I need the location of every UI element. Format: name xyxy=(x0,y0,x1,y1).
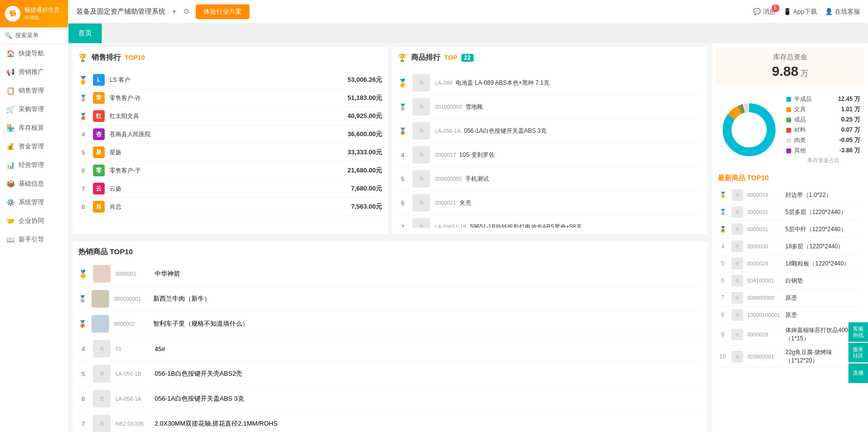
float-btn-service[interactable]: 客服 热线 xyxy=(848,322,868,342)
product-thumbnail xyxy=(93,265,111,283)
float-btn-community[interactable]: 服务 社区 xyxy=(848,343,868,362)
legend-dot xyxy=(786,128,791,133)
product-img: 图 xyxy=(412,122,430,140)
product-name: LA-056-1A 056-1A白色按键开关盖ABS 3克 xyxy=(435,127,702,135)
message-btn[interactable]: 💬 消息 6 xyxy=(753,7,776,16)
product-name: 001000002 雪地靴 xyxy=(435,103,702,111)
sidebar-item-system[interactable]: ⚙️ 系统管理 xyxy=(0,193,68,212)
float-btn-live[interactable]: 直播 xyxy=(848,363,868,383)
product-thumbnail: 图 xyxy=(93,415,111,432)
gear-icon[interactable]: ⚙ xyxy=(183,7,190,16)
marketing-icon: 📢 xyxy=(6,68,15,76)
rank-item: 7 云 云扬 7,680.00元 xyxy=(78,180,382,198)
gold-medal-icon-2: 🥇 xyxy=(398,78,408,88)
topbar: 装备及固定资产辅助管理系统 ▼ ⚙ 体验行业方案 💬 消息 6 📱 App下载 … xyxy=(69,0,868,24)
newest-item: 4 图 0000030 18多层（1220*2440） xyxy=(718,238,862,255)
rank-item: 4 杏 苍南县人民医院 36,600.00元 xyxy=(78,125,382,144)
bronze-medal-icon: 🥉 xyxy=(398,127,408,135)
sidebar-item-finance[interactable]: 💰 资金管理 xyxy=(0,137,68,156)
product-code: 0000002 xyxy=(114,321,148,327)
inventory-amount: 9.88 xyxy=(772,64,799,79)
sidebar-item-basic[interactable]: 📦 基础信息 xyxy=(0,174,68,193)
newest-img: 图 xyxy=(731,351,743,362)
sidebar-item-marketing[interactable]: 📢 营销推广 xyxy=(0,63,68,81)
chart-sub-title: 库存资金占比 xyxy=(786,157,860,164)
rank-num: 6 xyxy=(78,395,88,403)
sidebar-item-purchase[interactable]: 🛒 采购管理 xyxy=(0,100,68,119)
trophy-icon: 🏆 xyxy=(78,53,88,62)
legend-value: -3.86 万 xyxy=(839,146,860,155)
newest-item: 7 图 000800008 原垄 xyxy=(718,289,862,307)
rank-num: 4 xyxy=(78,131,88,138)
newest-code: 004100001 xyxy=(747,278,781,284)
nav-label: 库存核算 xyxy=(19,123,44,132)
rank-item: 8 肖 肖总 7,563.00元 xyxy=(78,198,382,216)
newest-img: 图 xyxy=(731,329,743,340)
newest-name: 5层多层（1220*2440） xyxy=(785,208,862,216)
newest-products-list: 🥇 图 0000033 封边带（1.0*22） 🥈 图 0000032 5层多层… xyxy=(718,187,862,368)
product-name: 2.0X30MM双搓花轴,搓花直径2.1MM/ROHS xyxy=(155,419,277,428)
newest-code: 003800001 xyxy=(747,354,781,360)
product-name: 新西兰牛肉（新牛） xyxy=(153,294,210,303)
tab-home[interactable]: 首页 xyxy=(69,24,102,43)
newest-item: 9 图 0000028 体婶嘉核味苏打饮品400毫升（1*15） xyxy=(718,324,862,346)
sidebar-item-coop[interactable]: 🤝 企业协同 xyxy=(0,212,68,230)
sales-ranking-card: 🏆 销售排行 TOP10 🥇 L LS 客户 53,006.26元 xyxy=(72,47,388,234)
newest-img: 图 xyxy=(731,292,743,304)
sidebar-item-inventory[interactable]: 🏪 库存核算 xyxy=(0,119,68,137)
system-icon: ⚙️ xyxy=(6,198,15,207)
rank-avatar: L xyxy=(93,74,105,86)
product-thumbnail: 图 xyxy=(93,340,111,358)
legend-value: 0.25 万 xyxy=(841,116,860,124)
rank-item: 🥈 零 零售客户-许 51,183.00元 xyxy=(78,89,382,107)
newest-rank: 🥈 xyxy=(718,209,728,216)
hot-product-item: 4 图 01 45# xyxy=(78,336,702,361)
rank-avatar: 红 xyxy=(93,110,105,122)
newest-code: 0000031 xyxy=(747,226,781,232)
newest-item: 🥉 图 0000031 5层中纤（1220*2440） xyxy=(718,221,862,238)
newest-rank: 🥇 xyxy=(718,192,728,198)
newest-name: 封边带（1.0*22） xyxy=(785,191,862,199)
legend-dot xyxy=(786,107,791,112)
sales-top-label: TOP10 xyxy=(125,54,145,61)
bronze-medal-icon-2: 🥉 xyxy=(78,320,87,328)
search-label: 搜索菜单 xyxy=(15,31,39,40)
app-download-label: App下载 xyxy=(793,7,817,16)
guide-icon: 📖 xyxy=(6,235,15,244)
newest-products-title: 最新商品 TOP10 xyxy=(718,174,862,183)
sales-rank-list: 🥇 L LS 客户 53,006.26元 🥈 零 零售客户-许 51,183.0… xyxy=(78,71,382,216)
app-download-btn[interactable]: 📱 App下载 xyxy=(783,7,817,16)
newest-img: 图 xyxy=(731,275,743,287)
inventory-total-card: 库存总资金 9.88 万 xyxy=(716,47,864,85)
newest-code: 0000032 xyxy=(747,209,781,215)
rank-num: 7 xyxy=(78,185,88,192)
rank-name: 苍南县人民医院 xyxy=(110,130,343,139)
legend-dot xyxy=(786,148,791,153)
newest-item: 10 图 003800001 22g鱼豆腐-烧烤味（1*12*20） xyxy=(718,346,862,368)
nav-label: 经营管理 xyxy=(19,161,44,169)
nav-label: 营销推广 xyxy=(19,68,44,76)
sidebar-item-quick-nav[interactable]: 🏠 快捷导航 xyxy=(0,44,68,63)
newest-img: 图 xyxy=(731,258,743,269)
legend-label: 成品 xyxy=(794,116,806,124)
trophy-icon-2: 🏆 xyxy=(398,53,407,62)
product-name: 0000021 夹壳 xyxy=(435,199,702,207)
online-service-btn[interactable]: 👤 在线客服 xyxy=(825,7,860,16)
product-img: 图 xyxy=(412,74,430,92)
legend-item: 半成品 12.45 万 xyxy=(786,95,860,103)
rank-avatar: 零 xyxy=(93,165,105,176)
search-menu[interactable]: 🔍 搜索菜单 xyxy=(0,27,68,44)
product-name: 0000017 10S 变刹罗佐 xyxy=(435,151,702,159)
legend-label: 文具 xyxy=(794,105,806,114)
nav-label: 快捷导航 xyxy=(19,49,44,58)
sidebar-item-sales[interactable]: 📋 销售管理 xyxy=(0,81,68,100)
system-name: 装备及固定资产辅助管理系统 xyxy=(76,7,165,16)
rank-amount: 7,563.00元 xyxy=(351,202,382,211)
sidebar-item-guide[interactable]: 📖 新手引导 xyxy=(0,230,68,249)
right-panel: 库存总资金 9.88 万 xyxy=(711,43,868,432)
experience-btn[interactable]: 体验行业方案 xyxy=(196,4,250,19)
rank-amount: 7,680.00元 xyxy=(351,184,382,193)
sidebar-item-operation[interactable]: 📊 经营管理 xyxy=(0,156,68,174)
legend-item: 材料 0.07 万 xyxy=(786,126,860,134)
newest-rank: 10 xyxy=(718,353,728,360)
